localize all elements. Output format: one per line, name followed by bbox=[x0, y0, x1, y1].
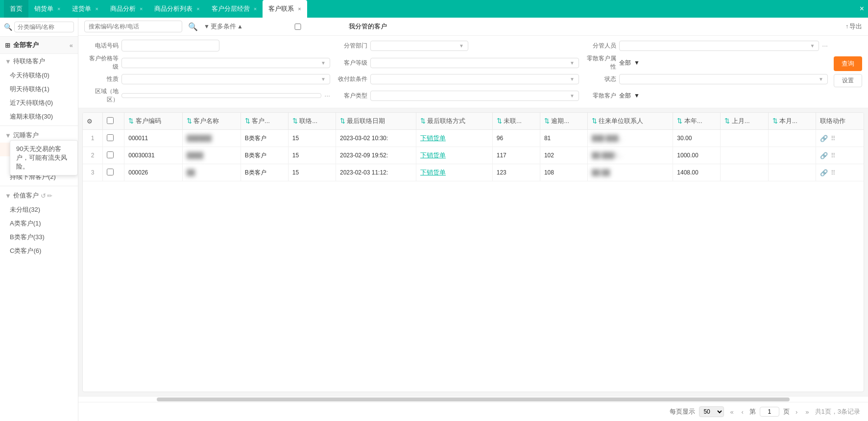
adv-filter-panel: 电话号码 分管部门 ▼ 分管人员 bbox=[78, 36, 868, 108]
scroll-bar-thumb[interactable] bbox=[157, 397, 790, 401]
sidebar-section-value-title[interactable]: ▼ 价值客户 ↺ ✏ bbox=[0, 188, 78, 203]
row-last-method-0: 下销货单 bbox=[416, 130, 492, 147]
sidebar-collapse-btn[interactable]: « bbox=[70, 42, 73, 49]
next-page-btn[interactable]: › bbox=[794, 407, 799, 417]
tab-analysis-close[interactable]: × bbox=[140, 0, 143, 18]
action-menu-icon-0[interactable]: ⠿ bbox=[831, 135, 836, 142]
retail-attr-down-arrow[interactable]: ▼ bbox=[634, 59, 640, 66]
region-input[interactable] bbox=[121, 93, 321, 98]
sidebar-item-week[interactable]: 近7天待联络(0) bbox=[0, 96, 78, 110]
search-input[interactable] bbox=[84, 21, 182, 32]
tab-customer-contact[interactable]: 客户联系 × bbox=[263, 0, 307, 18]
sidebar-section-value-label: 价值客户 bbox=[13, 191, 39, 200]
col-settings[interactable]: ⚙ bbox=[83, 113, 103, 130]
my-customers-checkbox-label[interactable]: 我分管的客户 bbox=[249, 22, 387, 31]
last-method-link-2[interactable]: 下销货单 bbox=[420, 169, 446, 176]
tab-home[interactable]: 首页 bbox=[4, 0, 28, 18]
cust-type-down-arrow: ▼ bbox=[570, 93, 575, 99]
nature-select[interactable]: ▼ bbox=[121, 74, 330, 84]
tab-analysis[interactable]: 商品分析 × bbox=[104, 0, 148, 18]
payment-select[interactable]: ▼ bbox=[370, 74, 579, 84]
sidebar-section-pending: ▼ 待联络客户 今天待联络(0) 明天待联络(1) 近7天待联络(0) 逾期未联… bbox=[0, 54, 78, 124]
more-conditions-btn[interactable]: ▼ 更多条件 ▲ bbox=[204, 22, 243, 31]
sidebar-item-overdue[interactable]: 逾期未联络(30) bbox=[0, 110, 78, 124]
action-link-icon-1[interactable]: 🔗 bbox=[820, 152, 828, 159]
tab-analysis-list-label: 商品分析列表 bbox=[154, 0, 193, 18]
price-tier-select[interactable]: ▼ bbox=[121, 58, 330, 68]
region-dots-btn[interactable]: ··· bbox=[324, 92, 330, 99]
row-this-year-1: 1000.00 bbox=[673, 147, 721, 164]
action-link-icon-0[interactable]: 🔗 bbox=[820, 135, 828, 142]
status-select[interactable]: ▼ bbox=[619, 74, 828, 84]
sidebar-search-input[interactable] bbox=[14, 22, 74, 32]
tab-purchase[interactable]: 进货单 × bbox=[66, 0, 104, 18]
top-nav: 首页 销货单 × 进货单 × 商品分析 × 商品分析列表 × 客户分层经营 × … bbox=[0, 0, 868, 18]
last-method-link-0[interactable]: 下销货单 bbox=[420, 134, 446, 142]
sidebar-item-class-c[interactable]: C类客户(6) bbox=[0, 244, 78, 258]
tab-home-label: 首页 bbox=[10, 0, 23, 18]
filter-group-dept: 分管部门 ▼ bbox=[333, 41, 579, 51]
sidebar-section-value: ▼ 价值客户 ↺ ✏ 未分组(32) A类客户(1) B类客户(33) C类客户… bbox=[0, 188, 78, 258]
last-method-link-1[interactable]: 下销货单 bbox=[420, 151, 446, 159]
content-area: 🔍 ▼ 更多条件 ▲ 我分管的客户 ↑ 导出 bbox=[78, 18, 868, 421]
tab-sales[interactable]: 销货单 × bbox=[28, 0, 66, 18]
edit-icon[interactable]: ✏ bbox=[47, 192, 52, 199]
row-select-checkbox-0[interactable] bbox=[107, 134, 114, 141]
tab-analysis-label: 商品分析 bbox=[110, 0, 136, 18]
sidebar-item-ungrouped[interactable]: 未分组(32) bbox=[0, 203, 78, 217]
page-input[interactable] bbox=[760, 407, 779, 417]
export-btn[interactable]: ↑ 导出 bbox=[845, 22, 862, 31]
person-select[interactable]: ▼ bbox=[619, 41, 819, 51]
horizontal-scrollbar[interactable] bbox=[78, 396, 868, 402]
tab-customer-tier-label: 客户分层经营 bbox=[212, 0, 250, 18]
arrow-down-icon: ▼ bbox=[5, 58, 11, 65]
total-info: 共1页，3条记录 bbox=[815, 407, 860, 416]
row-last-month-0 bbox=[721, 130, 768, 147]
sidebar-header: ⊞ 全部客户 « bbox=[0, 37, 78, 54]
refresh-icon[interactable]: ↺ bbox=[41, 192, 46, 199]
sidebar-item-class-b[interactable]: B类客户(33) bbox=[0, 230, 78, 244]
cust-type-select[interactable]: ▼ bbox=[370, 91, 579, 101]
select-all-checkbox[interactable] bbox=[107, 117, 114, 124]
action-menu-icon-2[interactable]: ⠿ bbox=[831, 169, 836, 176]
row-contact-person-0: ███ ███... bbox=[588, 130, 673, 147]
tab-customer-tier-close[interactable]: × bbox=[254, 0, 257, 18]
tab-analysis-list[interactable]: 商品分析列表 × bbox=[148, 0, 205, 18]
search-button[interactable]: 🔍 bbox=[188, 22, 198, 31]
row-select-checkbox-1[interactable] bbox=[107, 151, 114, 158]
table-settings-icon[interactable]: ⚙ bbox=[87, 118, 93, 125]
last-page-btn[interactable]: » bbox=[803, 407, 811, 417]
action-menu-icon-1[interactable]: ⠿ bbox=[831, 152, 836, 159]
action-link-icon-2[interactable]: 🔗 bbox=[820, 169, 828, 176]
tab-analysis-list-close[interactable]: × bbox=[196, 0, 199, 18]
phone-input[interactable] bbox=[121, 40, 219, 51]
window-close-btn[interactable]: × bbox=[860, 4, 864, 13]
first-page-btn[interactable]: « bbox=[728, 407, 735, 417]
query-button[interactable]: 查询 bbox=[834, 56, 862, 71]
page-label: 页 bbox=[783, 407, 790, 416]
sidebar-item-today[interactable]: 今天待联络(0) bbox=[0, 69, 78, 82]
row-contact-1: 15 bbox=[288, 147, 336, 164]
my-customers-checkbox[interactable] bbox=[249, 24, 347, 30]
dept-select[interactable]: ▼ bbox=[370, 41, 468, 51]
tab-purchase-close[interactable]: × bbox=[95, 0, 98, 18]
person-dots-btn[interactable]: ··· bbox=[822, 42, 828, 50]
arrow-down-icon-2: ▼ bbox=[5, 132, 11, 139]
settings-button[interactable]: 设置 bbox=[834, 74, 862, 87]
sidebar-section-pending-title[interactable]: ▼ 待联络客户 bbox=[0, 54, 78, 69]
row-contact-person-2: ██ ██ bbox=[588, 164, 673, 181]
cust-tier-select[interactable]: ▼ bbox=[370, 58, 579, 68]
tab-customer-contact-close[interactable]: × bbox=[298, 0, 301, 18]
sidebar-item-class-a[interactable]: A类客户(1) bbox=[0, 217, 78, 230]
sidebar-item-tomorrow[interactable]: 明天待联络(1) bbox=[0, 82, 78, 96]
price-tier-down-arrow: ▼ bbox=[321, 60, 326, 66]
tab-customer-tier[interactable]: 客户分层经营 × bbox=[206, 0, 263, 18]
jump-label: 第 bbox=[749, 407, 756, 416]
row-overdue-1: 102 bbox=[540, 147, 587, 164]
row-select-checkbox-2[interactable] bbox=[107, 169, 114, 175]
tab-sales-close[interactable]: × bbox=[57, 0, 60, 18]
sidebar-section-pending-label: 待联络客户 bbox=[13, 57, 45, 66]
page-size-select[interactable]: 50 20 100 bbox=[699, 406, 724, 417]
prev-page-btn[interactable]: ‹ bbox=[740, 407, 746, 417]
retail-cust-down-arrow[interactable]: ▼ bbox=[634, 92, 640, 99]
